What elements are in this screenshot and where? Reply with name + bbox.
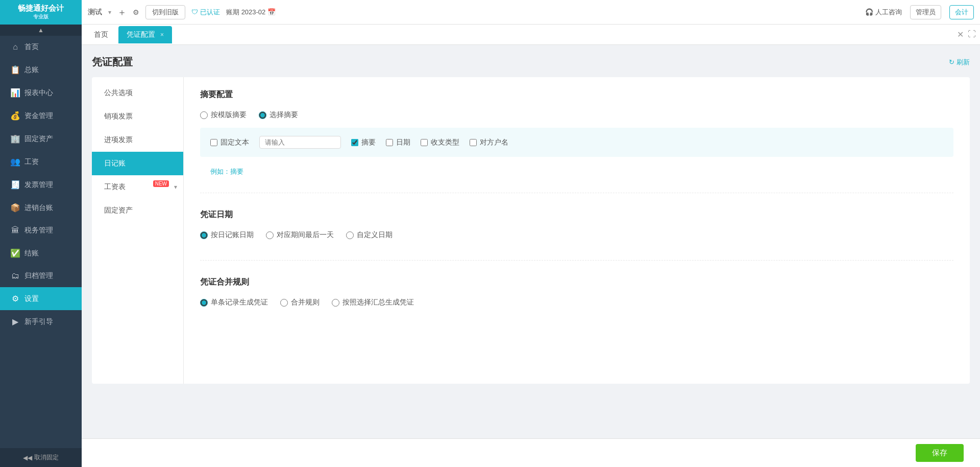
settings-icon: ⚙ <box>10 294 20 303</box>
sidebar-item-settlement[interactable]: ✅结账 <box>0 242 82 265</box>
checkbox-income-type[interactable]: 收支类型 <box>421 138 459 147</box>
invoice-icon: 🧾 <box>10 180 20 190</box>
funds-icon: 💰 <box>10 111 20 121</box>
logo-sub: 专业版 <box>33 13 48 20</box>
sidebar-item-label: 税务管理 <box>24 226 53 235</box>
config-content: 摘要配置 按模版摘要 选择摘要 <box>184 77 970 384</box>
home-icon: ⌂ <box>10 42 20 52</box>
left-nav-item-sales_invoice[interactable]: 销项发票 <box>92 105 183 128</box>
sidebar-item-guide[interactable]: ▶新手引导 <box>0 310 82 333</box>
admin-button[interactable]: 管理员 <box>910 5 941 19</box>
left-nav-label: 工资表 <box>104 182 126 191</box>
page-footer: 保存 <box>82 438 980 467</box>
sidebar-item-assets[interactable]: 🏢固定资产 <box>0 127 82 150</box>
period-label: 账期 2023-02 📅 <box>226 8 276 17</box>
sidebar-item-ledger[interactable]: 📋总账 <box>0 58 82 81</box>
sidebar-item-settings[interactable]: ⚙设置 <box>0 287 82 310</box>
shield-icon: 🛡 <box>191 8 198 16</box>
sidebar-item-archive[interactable]: 🗂归档管理 <box>0 265 82 287</box>
settings-icon[interactable]: ⚙ <box>133 8 139 16</box>
consult-button[interactable]: 🎧 人工咨询 <box>865 8 902 17</box>
merge-rules-title: 凭证合并规则 <box>200 277 953 288</box>
radio-custom-date[interactable]: 自定义日期 <box>346 230 393 240</box>
tab-close-icon[interactable]: × <box>160 31 164 38</box>
accountant-button[interactable]: 会计 <box>949 5 974 19</box>
left-nav-item-fixed_assets_nav[interactable]: 固定资产 <box>92 199 183 222</box>
summary-checkbox-row: 固定文本 摘要 日期 <box>200 128 953 157</box>
tax-icon: 🏛 <box>10 226 20 235</box>
tab-home[interactable]: 首页 <box>86 26 116 43</box>
sidebar-item-label: 报表中心 <box>24 88 53 98</box>
sidebar-item-payroll[interactable]: 👥工资 <box>0 150 82 173</box>
reports-icon: 📊 <box>10 88 20 98</box>
config-layout: 公共选项销项发票进项发票日记账工资表NEW▾固定资产 摘要配置 按模版摘要 <box>92 77 970 384</box>
logo: 畅捷通好会计 专业版 <box>0 0 82 25</box>
assets-icon: 🏢 <box>10 134 20 144</box>
sidebar-scroll-up[interactable]: ▲ <box>0 25 82 36</box>
radio-single-record[interactable]: 单条记录生成凭证 <box>200 298 268 307</box>
sidebar-item-tax[interactable]: 🏛税务管理 <box>0 219 82 242</box>
sidebar-item-reports[interactable]: 📊报表中心 <box>0 81 82 104</box>
left-nav-label: 销项发票 <box>104 112 133 120</box>
left-nav-label: 公共选项 <box>104 88 133 97</box>
chevron-icon: ▾ <box>174 183 177 191</box>
save-button[interactable]: 保存 <box>916 444 964 462</box>
sidebar-item-label: 归档管理 <box>24 271 53 281</box>
fixed-text-input[interactable] <box>259 136 341 149</box>
left-nav: 公共选项销项发票进项发票日记账工资表NEW▾固定资产 <box>92 77 184 384</box>
refresh-icon: ↻ <box>949 58 954 66</box>
cancel-pin-label: 取消固定 <box>34 453 59 462</box>
content-area: 首页 凭证配置 × ✕ ⛶ 凭证配置 ↻ 刷新 <box>82 25 980 467</box>
left-nav-item-journal[interactable]: 日记账 <box>92 152 183 175</box>
add-button[interactable]: ＋ <box>117 6 127 18</box>
payroll-icon: 👥 <box>10 157 20 167</box>
radio-select-summary[interactable]: 选择摘要 <box>259 110 298 120</box>
sidebar-item-funds[interactable]: 💰资金管理 <box>0 104 82 127</box>
sidebar-item-home[interactable]: ⌂首页 <box>0 36 82 58</box>
sidebar-item-label: 结账 <box>24 249 39 258</box>
sidebar-item-label: 设置 <box>24 294 39 303</box>
main-layout: ▲ ⌂首页📋总账📊报表中心💰资金管理🏢固定资产👥工资🧾发票管理📦进销台账🏛税务管… <box>0 25 980 467</box>
cancel-pin-button[interactable]: ◀◀ 取消固定 <box>0 448 82 467</box>
checkbox-fixed-text[interactable]: 固定文本 <box>210 138 249 147</box>
radio-last-period-day[interactable]: 对应期间最后一天 <box>266 230 334 240</box>
pin-icon: ◀◀ <box>23 454 32 461</box>
merge-rules-section: 凭证合并规则 单条记录生成凭证 合并规则 <box>200 277 953 328</box>
summary-title: 摘要配置 <box>200 89 953 100</box>
checkbox-date[interactable]: 日期 <box>386 138 410 147</box>
checkbox-summary[interactable]: 摘要 <box>351 138 376 147</box>
left-nav-item-payroll_table[interactable]: 工资表NEW▾ <box>92 175 183 199</box>
topbar: 畅捷通好会计 专业版 测试 ▾ ＋ ⚙ 切到旧版 🛡 已认证 账期 2023-0… <box>0 0 980 25</box>
close-all-icon[interactable]: ✕ <box>957 30 964 39</box>
radio-by-journal-date[interactable]: 按日记账日期 <box>200 230 254 240</box>
left-nav-label: 日记账 <box>104 159 126 167</box>
topbar-right: 🎧 人工咨询 管理员 会计 <box>865 5 974 19</box>
sidebar-item-label: 新手引导 <box>24 317 53 326</box>
left-nav-label: 进项发票 <box>104 135 133 144</box>
radio-merge-rule[interactable]: 合并规则 <box>280 298 320 307</box>
company-name: 测试 <box>88 8 102 17</box>
tab-voucher-config[interactable]: 凭证配置 × <box>118 26 172 43</box>
switch-old-button[interactable]: 切到旧版 <box>145 5 185 19</box>
radio-by-selection[interactable]: 按照选择汇总生成凭证 <box>332 298 414 307</box>
left-nav-item-purchase_invoice[interactable]: 进项发票 <box>92 128 183 152</box>
example-text: 例如：摘要 <box>200 163 953 180</box>
logo-text: 畅捷通好会计 <box>18 4 64 13</box>
company-dropdown-icon[interactable]: ▾ <box>108 9 111 16</box>
headset-icon: 🎧 <box>865 8 873 16</box>
sidebar-item-purchase[interactable]: 📦进销台账 <box>0 196 82 219</box>
expand-icon[interactable]: ⛶ <box>968 30 976 39</box>
summary-radio-group: 按模版摘要 选择摘要 <box>200 110 953 120</box>
sidebar-item-label: 总账 <box>24 65 39 75</box>
guide-icon: ▶ <box>10 317 20 326</box>
refresh-button[interactable]: ↻ 刷新 <box>949 58 970 67</box>
archive-icon: 🗂 <box>10 271 20 281</box>
voucher-date-section: 凭证日期 按日记账日期 对应期间最后一天 <box>200 209 953 261</box>
left-nav-item-public[interactable]: 公共选项 <box>92 81 183 105</box>
tabs-bar: 首页 凭证配置 × ✕ ⛶ <box>82 25 980 45</box>
radio-template-summary[interactable]: 按模版摘要 <box>200 110 247 120</box>
sidebar-item-label: 固定资产 <box>24 134 53 144</box>
checkbox-counterpart[interactable]: 对方户名 <box>470 138 508 147</box>
sidebar-item-invoice[interactable]: 🧾发票管理 <box>0 173 82 196</box>
purchase-icon: 📦 <box>10 203 20 213</box>
